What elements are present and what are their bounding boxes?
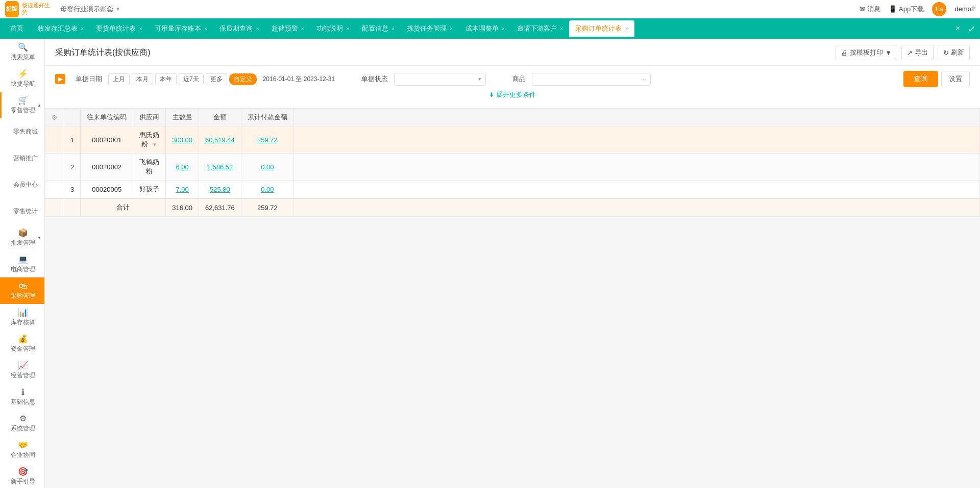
main-content: 采购订单统计表(按供应商) 🖨 按模板打印 ▼ ↗ 导出 ↻ 刷新: [45, 39, 980, 488]
tab-功能说明[interactable]: 功能说明 ×: [310, 20, 355, 37]
amount-link[interactable]: 1,586.52: [207, 163, 233, 171]
amount-link[interactable]: 525.80: [210, 186, 230, 193]
goods-filter-label: 商品: [512, 74, 526, 84]
ecommerce-icon: 💻: [18, 254, 28, 264]
sidebar-item-wholesale[interactable]: 📦 批发管理: [0, 224, 44, 251]
message-icon: ✉: [860, 5, 865, 13]
column-settings-icon[interactable]: ⚙: [52, 114, 58, 121]
sidebar-item-inventory[interactable]: 📊 库存核算: [0, 304, 44, 330]
maximize-btn[interactable]: ⤢: [965, 23, 978, 35]
sidebar-item-marketing[interactable]: 营销推广: [0, 145, 44, 171]
table-row: 3 00020005 好孩子 7.00 525.80 0.00: [45, 181, 980, 199]
ellipsis-icon[interactable]: ···: [641, 75, 646, 83]
date-btn-this-month[interactable]: 本月: [132, 73, 153, 85]
close-icon[interactable]: ×: [346, 25, 349, 32]
close-icon[interactable]: ×: [560, 25, 563, 32]
close-icon[interactable]: ×: [625, 25, 628, 32]
paid-link[interactable]: 0.00: [261, 186, 274, 193]
date-btn-7days[interactable]: 近7天: [179, 73, 204, 85]
tab-home[interactable]: 首页: [2, 20, 32, 37]
close-icon[interactable]: ×: [204, 25, 207, 32]
sidebar-item-ecommerce[interactable]: 💻 电商管理: [0, 251, 44, 277]
user-name[interactable]: demo2: [954, 5, 975, 13]
close-icon[interactable]: ×: [256, 25, 259, 32]
expand-row-icon[interactable]: ▼: [152, 142, 157, 147]
refresh-icon: ↻: [943, 49, 949, 57]
date-btn-custom[interactable]: 自定义: [229, 73, 257, 85]
footer-paid-amount: 259.72: [241, 198, 293, 217]
message-btn[interactable]: ✉ 消息: [860, 5, 880, 14]
paid-link[interactable]: 0.00: [261, 163, 274, 171]
tab-配置信息[interactable]: 配置信息 ×: [356, 20, 401, 37]
date-btn-last-month[interactable]: 上月: [108, 73, 130, 85]
date-btn-this-year[interactable]: 本年: [155, 73, 177, 85]
sidebar-item-system-mgmt[interactable]: ⚙ 系统管理: [0, 410, 44, 436]
status-select[interactable]: [394, 73, 486, 86]
workspace-selector[interactable]: 母婴行业演示账套 ▼: [50, 5, 860, 14]
inventory-icon: 📊: [18, 307, 28, 317]
cell-paid-amount: 259.72: [241, 126, 293, 153]
sidebar-item-retail-stats[interactable]: 零售统计: [0, 198, 44, 224]
goods-search-input[interactable]: [536, 75, 639, 83]
date-quick-buttons: 上月 本月 本年 近7天 更多 自定义: [108, 73, 257, 85]
tab-成本调整单[interactable]: 成本调整单 ×: [459, 20, 511, 37]
close-icon[interactable]: ×: [391, 25, 395, 32]
tab-label: 配置信息: [362, 24, 388, 33]
cell-index: 1: [64, 126, 81, 153]
tab-邀请下游客户[interactable]: 邀请下游客户 ×: [511, 20, 569, 37]
enterprise-icon: 🤝: [18, 440, 28, 450]
info-icon: ℹ: [21, 387, 24, 397]
sidebar-item-purchase-mgmt[interactable]: 🛍 采购管理: [0, 277, 44, 304]
sidebar-item-retail-mall[interactable]: 零售商城: [0, 118, 44, 145]
footer-label: 合计: [81, 198, 166, 217]
app-download-btn[interactable]: 📱 App下载: [889, 5, 924, 14]
tab-可用量库存账本[interactable]: 可用量库存账本 ×: [149, 20, 213, 37]
qty-link[interactable]: 303.00: [172, 136, 192, 144]
tab-保质期查询[interactable]: 保质期查询 ×: [213, 20, 265, 37]
cell-settings: [45, 153, 64, 181]
close-icon[interactable]: ×: [81, 25, 84, 32]
settings-btn[interactable]: 设置: [941, 71, 970, 87]
qty-link[interactable]: 6.00: [176, 163, 188, 171]
sidebar-item-retail-mgmt[interactable]: 🛒 零售管理: [0, 92, 44, 118]
sidebar-item-beginner[interactable]: 🎯 新手引导: [0, 463, 44, 488]
refresh-btn[interactable]: ↻ 刷新: [938, 45, 970, 60]
sidebar-item-enterprise[interactable]: 🤝 企业协同: [0, 436, 44, 463]
close-icon[interactable]: ×: [502, 25, 505, 32]
tab-要货单统计表[interactable]: 要货单统计表 ×: [90, 20, 148, 37]
workspace-arrow: ▼: [115, 6, 120, 12]
export-icon: ↗: [907, 49, 913, 57]
export-label: 导出: [915, 48, 928, 57]
toggle-filter-btn[interactable]: ▶: [55, 74, 65, 84]
date-btn-more[interactable]: 更多: [206, 73, 227, 85]
query-btn[interactable]: 查询: [903, 71, 938, 87]
amount-link[interactable]: 60,519.44: [205, 136, 235, 144]
sidebar-item-finance[interactable]: 💰 资金管理: [0, 330, 44, 357]
th-supplier-name: 供应商: [133, 109, 166, 126]
search-icon: 🔍: [18, 42, 28, 52]
paid-link[interactable]: 259.72: [257, 136, 278, 144]
sidebar-item-member-center[interactable]: 会员中心: [0, 171, 44, 198]
tab-收发存汇总表[interactable]: 收发存汇总表 ×: [32, 20, 90, 37]
close-icon[interactable]: ×: [139, 25, 142, 32]
refresh-label: 刷新: [951, 48, 964, 57]
sidebar-item-search[interactable]: 🔍 搜索菜单: [0, 39, 44, 65]
tab-采购订单统计表[interactable]: 采购订单统计表 ×: [569, 20, 634, 37]
sidebar-item-basic-info[interactable]: ℹ 基础信息: [0, 383, 44, 410]
qty-link[interactable]: 7.00: [176, 186, 188, 193]
close-icon[interactable]: ×: [301, 25, 304, 32]
expand-more-btn[interactable]: ⬇ 展开更多条件: [55, 87, 970, 102]
sidebar-item-label: 采购管理: [11, 292, 35, 300]
sidebar-item-quick-nav[interactable]: ⚡ 快捷导航: [0, 65, 44, 92]
close-all-tabs-btn[interactable]: ×: [952, 23, 963, 34]
sidebar-item-operations[interactable]: 📈 经营管理: [0, 357, 44, 383]
tab-超储预警[interactable]: 超储预警 ×: [265, 20, 310, 37]
th-amount: 金额: [199, 109, 241, 126]
tab-拣货任务管理[interactable]: 拣货任务管理 ×: [401, 20, 459, 37]
sidebar-item-label: 零售统计: [13, 207, 38, 216]
main-layout: 🔍 搜索菜单 ⚡ 快捷导航 🛒 零售管理 零售商城 营销推广 会员中心 零售统计…: [0, 39, 980, 488]
close-icon[interactable]: ×: [450, 25, 453, 32]
table-row: 1 00020001 惠氏奶粉 ▼ 303.00 60,519.44 259.7…: [45, 126, 980, 153]
export-btn[interactable]: ↗ 导出: [901, 45, 934, 60]
template-print-btn[interactable]: 🖨 按模板打印 ▼: [836, 45, 897, 60]
